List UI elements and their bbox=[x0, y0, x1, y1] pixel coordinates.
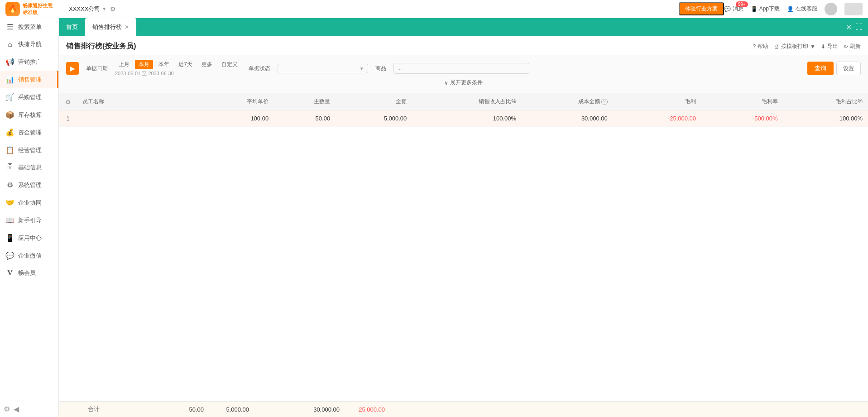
filter-actions: 查询 设置 bbox=[807, 62, 861, 75]
date-tab-this-month[interactable]: 本月 bbox=[135, 60, 153, 69]
sidebar-item-inventory[interactable]: 📦 库存核算 bbox=[0, 106, 58, 124]
app-center-icon: 📱 bbox=[5, 234, 14, 242]
company-settings-icon[interactable]: ⚙ bbox=[110, 5, 116, 13]
tab-close-icon[interactable]: ✕ bbox=[125, 24, 129, 30]
beginner-icon: 📖 bbox=[5, 216, 14, 225]
collab-icon: 🤝 bbox=[5, 198, 14, 207]
page-header: 销售排行榜(按业务员) ? 帮助 🖨 按模板打印 ▼ bbox=[59, 36, 868, 55]
date-tab-custom[interactable]: 自定义 bbox=[218, 60, 241, 69]
sidebar-item-app-center[interactable]: 📱 应用中心 bbox=[0, 229, 58, 247]
th-main-qty: 主数量 bbox=[274, 93, 336, 110]
finance-icon: 💰 bbox=[5, 128, 14, 137]
th-sales-ratio: 销售收入占比% bbox=[412, 93, 522, 110]
tab-home-label: 首页 bbox=[66, 23, 78, 31]
sidebar-item-label: 系统管理 bbox=[18, 181, 42, 189]
date-tab-more[interactable]: 更多 bbox=[198, 60, 216, 69]
sidebar-collapse-btn[interactable]: ◀ bbox=[14, 405, 19, 413]
online-service-button[interactable]: 👤 在线客服 bbox=[787, 5, 817, 13]
company-dropdown-icon[interactable]: ▼ bbox=[102, 6, 106, 11]
table-header-row: ⚙ 员工名称 平均单价 主数量 bbox=[59, 93, 868, 110]
sidebar: ☰ 搜索菜单 ⌂ 快捷导航 📢 营销推广 📊 销售管理 🛒 采购管理 📦 库 bbox=[0, 18, 59, 417]
marketing-icon: 📢 bbox=[5, 58, 14, 66]
sidebar-item-label: 企业协同 bbox=[18, 199, 42, 207]
cost-info-icon[interactable]: ? bbox=[601, 99, 608, 105]
sidebar-item-member[interactable]: V 畅会员 bbox=[0, 264, 58, 282]
th-gross-profit: 毛利 bbox=[613, 93, 701, 110]
app-download-button[interactable]: 📱 App下载 bbox=[751, 5, 780, 13]
sidebar-item-sales[interactable]: 📊 销售管理 bbox=[0, 71, 58, 88]
goods-select-value: ... bbox=[398, 65, 525, 72]
tab-sales-label: 销售排行榜 bbox=[92, 23, 122, 31]
td-gross-ratio: 100.00% bbox=[783, 110, 868, 127]
inventory-icon: 📦 bbox=[5, 110, 14, 119]
goods-filter-label: 商品 bbox=[375, 65, 386, 72]
status-filter-select[interactable]: ▼ bbox=[278, 64, 368, 73]
date-tab-7days[interactable]: 近7天 bbox=[175, 60, 196, 69]
sidebar-item-enterprise-collab[interactable]: 🤝 企业协同 bbox=[0, 194, 58, 211]
sidebar-item-label: 经营管理 bbox=[18, 146, 42, 154]
date-tab-this-year[interactable]: 本年 bbox=[155, 60, 173, 69]
help-button[interactable]: ? 帮助 bbox=[753, 43, 768, 50]
sidebar-item-marketing[interactable]: 📢 营销推广 bbox=[0, 53, 58, 71]
print-button[interactable]: 🖨 按模板打印 ▼ bbox=[774, 43, 815, 50]
top-bar-right: 💬 消息 99+ 📱 App下载 👤 在线客服 bbox=[724, 3, 863, 15]
footer-label: 合计 bbox=[82, 405, 137, 413]
sidebar-item-enterprise-wechat[interactable]: 💬 企业微信 bbox=[0, 247, 58, 264]
footer-amount: 5,000.00 bbox=[209, 406, 254, 413]
col-settings-icon[interactable]: ⚙ bbox=[65, 98, 71, 105]
main-area: ☰ 搜索菜单 ⌂ 快捷导航 📢 营销推广 📊 销售管理 🛒 采购管理 📦 库 bbox=[0, 18, 868, 417]
table-footer: 合计 50.00 5,000.00 30,000.00 -25,000.00 bbox=[59, 401, 868, 417]
avatar-name bbox=[844, 3, 863, 15]
sidebar-item-search[interactable]: ☰ 搜索菜单 bbox=[0, 18, 58, 36]
date-filter-label: 单据日期 bbox=[86, 65, 108, 72]
td-rank: 1 bbox=[59, 110, 77, 127]
sidebar-settings-btn[interactable]: ⚙ bbox=[4, 405, 10, 413]
sidebar-item-label: 基础信息 bbox=[18, 163, 42, 172]
sidebar-item-operations[interactable]: 📋 经营管理 bbox=[0, 141, 58, 159]
td-gross-profit: -25,000.00 bbox=[613, 110, 701, 127]
sidebar-item-finance[interactable]: 💰 资金管理 bbox=[0, 124, 58, 141]
table-container: ⚙ 员工名称 平均单价 主数量 bbox=[59, 93, 868, 401]
wechat-icon: 💬 bbox=[5, 251, 14, 260]
th-amount: 全额 bbox=[336, 93, 412, 110]
date-range-text: 2023-06-01 至 2023-06-30 bbox=[115, 70, 241, 77]
settings-button[interactable]: 设置 bbox=[836, 62, 861, 75]
print-icon: 🖨 bbox=[774, 43, 779, 50]
tab-home[interactable]: 首页 bbox=[59, 18, 85, 36]
tab-sales-ranking[interactable]: 销售排行榜 ✕ bbox=[85, 18, 136, 36]
sidebar-item-label: 销售管理 bbox=[18, 76, 42, 84]
sidebar-item-beginner[interactable]: 📖 新手引导 bbox=[0, 211, 58, 229]
td-sales-ratio: 100.00% bbox=[412, 110, 522, 127]
company-selector[interactable]: XXXXX公司 ▼ ⚙ bbox=[69, 5, 675, 13]
trial-button[interactable]: 体验行业方案 bbox=[679, 2, 724, 15]
page-title: 销售排行榜(按业务员) bbox=[66, 42, 136, 51]
tab-bar: 首页 销售排行榜 ✕ ✕ ⛶ bbox=[59, 18, 868, 36]
data-table: ⚙ 员工名称 平均单价 主数量 bbox=[59, 93, 868, 127]
sidebar-item-label: 采购管理 bbox=[18, 93, 42, 101]
sidebar-item-purchase[interactable]: 🛒 采购管理 bbox=[0, 88, 58, 106]
avatar[interactable] bbox=[825, 3, 837, 15]
content-area: 首页 销售排行榜 ✕ ✕ ⛶ 销售排行榜(按业务员) bbox=[59, 18, 868, 417]
sidebar-item-quick-nav[interactable]: ⌂ 快捷导航 bbox=[0, 36, 58, 53]
message-badge: 99+ bbox=[736, 1, 748, 7]
expand-more-btn[interactable]: ∨ 展开更多条件 bbox=[444, 79, 483, 86]
filter-expand-arrow[interactable]: ▶ bbox=[66, 62, 79, 75]
sidebar-item-label: 资金管理 bbox=[18, 129, 42, 137]
sidebar-item-system[interactable]: ⚙ 系统管理 bbox=[0, 176, 58, 194]
export-button[interactable]: ⬇ 导出 bbox=[821, 43, 838, 50]
query-button[interactable]: 查询 bbox=[807, 62, 834, 75]
table-row: 1 100.00 50.00 bbox=[59, 110, 868, 127]
tab-close-btn[interactable]: ✕ bbox=[846, 23, 852, 32]
basic-info-icon: 🗄 bbox=[5, 163, 14, 172]
page-container: 销售排行榜(按业务员) ? 帮助 🖨 按模板打印 ▼ bbox=[59, 36, 868, 417]
goods-filter-select[interactable]: ... bbox=[393, 63, 529, 74]
print-dropdown-icon[interactable]: ▼ bbox=[810, 43, 815, 50]
sidebar-bottom: ⚙ ◀ bbox=[0, 401, 58, 417]
refresh-button[interactable]: ↻ 刷新 bbox=[844, 43, 861, 50]
date-tab-last-month[interactable]: 上月 bbox=[115, 60, 133, 69]
th-gross-rate: 毛利率 bbox=[701, 93, 783, 110]
tab-expand-btn[interactable]: ⛶ bbox=[855, 23, 863, 31]
sidebar-item-basic-info[interactable]: 🗄 基础信息 bbox=[0, 159, 58, 176]
filter-row-1: ▶ 单据日期 上月 本月 本年 近7天 更多 自定义 bbox=[66, 60, 861, 77]
message-button[interactable]: 💬 消息 99+ bbox=[724, 5, 743, 13]
